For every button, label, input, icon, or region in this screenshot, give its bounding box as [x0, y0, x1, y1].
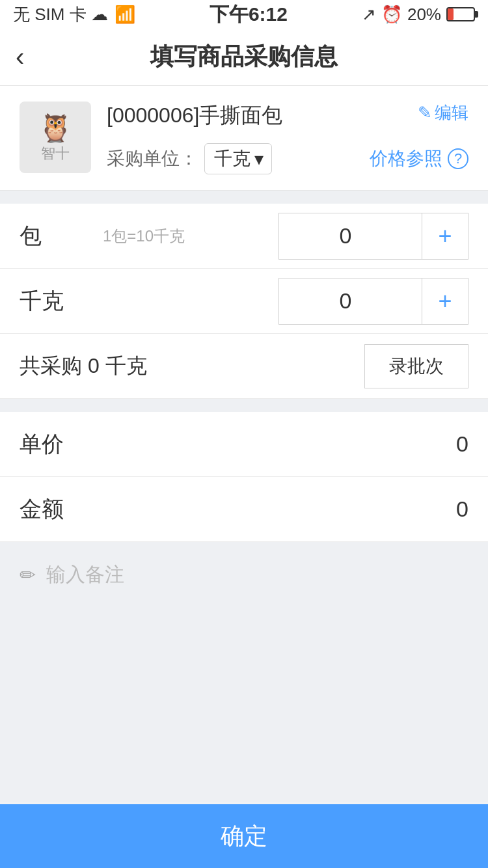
- kg-plus-button[interactable]: +: [422, 278, 468, 325]
- unit-select[interactable]: 千克 ▾: [204, 143, 272, 174]
- battery-icon: [446, 7, 475, 21]
- bao-input-row: 包 1包=10千克 +: [0, 204, 488, 269]
- unit-value: 千克: [214, 146, 251, 171]
- back-button[interactable]: ‹: [16, 42, 24, 72]
- batch-button[interactable]: 录批次: [364, 344, 468, 388]
- alarm-icon: ⏰: [381, 5, 402, 25]
- product-card: 🦉 智十 [0000006]手撕面包 ✎ 编辑 采购单位： 千克 ▾: [0, 86, 488, 191]
- status-time: 下午6:12: [210, 1, 288, 28]
- bao-plus-button[interactable]: +: [422, 213, 468, 260]
- summary-row: 共采购 0 千克 录批次: [0, 334, 488, 399]
- kg-quantity-input[interactable]: [278, 278, 422, 325]
- section-divider-1: [0, 191, 488, 204]
- section-divider-2: [0, 399, 488, 412]
- location-icon: ↗: [362, 5, 376, 25]
- edit-icon: ✎: [418, 103, 432, 123]
- remark-section[interactable]: ✏ 输入备注: [0, 542, 488, 607]
- status-bar: 无 SIM 卡 ☁ 📶 下午6:12 ↗ ⏰ 20%: [0, 0, 488, 29]
- bao-controls: +: [278, 213, 468, 260]
- page-title: 填写商品采购信息: [150, 41, 338, 73]
- bottom-filler: [0, 607, 488, 802]
- info-section: 单价 0 金额 0: [0, 412, 488, 542]
- wifi-icon: 📶: [115, 5, 135, 25]
- unit-price-row: 单价 0: [0, 412, 488, 477]
- unit-price-label: 单价: [20, 429, 64, 459]
- unit-label: 采购单位：: [107, 146, 198, 171]
- pencil-icon: ✏: [20, 563, 36, 586]
- nav-bar: ‹ 填写商品采购信息: [0, 29, 488, 86]
- unit-price-value: 0: [456, 431, 468, 457]
- price-ref-help-icon: ?: [448, 148, 468, 169]
- input-section: 包 1包=10千克 + 千克 +: [0, 204, 488, 334]
- bao-quantity-input[interactable]: [278, 213, 422, 260]
- edit-button[interactable]: ✎ 编辑: [418, 102, 468, 124]
- bao-label: 包: [20, 221, 98, 251]
- product-logo-icon: 🦉: [38, 112, 72, 144]
- amount-row: 金额 0: [0, 477, 488, 542]
- product-info: [0000006]手撕面包 ✎ 编辑 采购单位： 千克 ▾ 价格参照 ?: [107, 102, 468, 174]
- confirm-button[interactable]: 确定: [0, 804, 488, 868]
- price-ref-label: 价格参照: [370, 146, 442, 171]
- product-logo-text: 智十: [41, 144, 70, 163]
- kg-label: 千克: [20, 286, 98, 316]
- dropdown-icon: ▾: [254, 148, 264, 170]
- amount-label: 金额: [20, 495, 64, 524]
- sim-label: 无 SIM 卡 ☁: [13, 3, 108, 26]
- edit-label: 编辑: [435, 102, 468, 124]
- battery-percent: 20%: [407, 5, 441, 25]
- product-name: [0000006]手撕面包: [107, 102, 282, 130]
- status-right: ↗ ⏰ 20%: [362, 5, 475, 25]
- bao-sublabel: 1包=10千克: [103, 226, 278, 247]
- kg-input-row: 千克 +: [0, 269, 488, 334]
- status-left: 无 SIM 卡 ☁ 📶: [13, 3, 135, 26]
- amount-value: 0: [456, 496, 468, 522]
- product-image: 🦉 智十: [20, 102, 91, 173]
- summary-text: 共采购 0 千克: [20, 352, 147, 381]
- price-ref-button[interactable]: 价格参照 ?: [370, 146, 468, 171]
- remark-placeholder: 输入备注: [46, 562, 124, 588]
- kg-controls: +: [278, 278, 468, 325]
